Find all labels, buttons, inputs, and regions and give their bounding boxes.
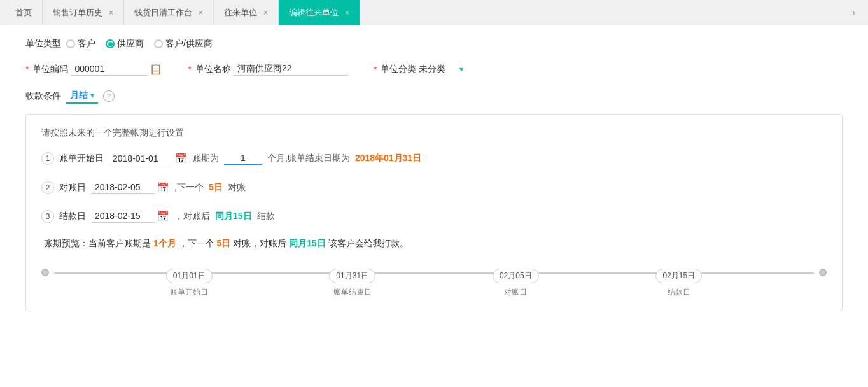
unit-code-group: * 单位编码 📋 bbox=[25, 62, 162, 76]
period-suffix-before-3: ，对账后 bbox=[174, 211, 210, 222]
card-title: 请按照未来的一个完整帐期进行设置 bbox=[41, 127, 827, 139]
timeline-point-4: 02月15日 结款日 bbox=[655, 269, 702, 298]
preview-highlight-1: 1个月 bbox=[153, 238, 176, 248]
tab-partner[interactable]: 往来单位 × bbox=[214, 0, 279, 25]
period-label-2: 对账日 bbox=[59, 182, 86, 194]
timeline-label-4: 结款日 bbox=[668, 287, 690, 298]
preview-text: 账期预览：当前客户账期是 1个月 ，下一个 5日 对账，对账后 同月15日 该客… bbox=[41, 238, 827, 250]
date-input-3[interactable] bbox=[91, 209, 155, 223]
end-date-highlight: 2018年01月31日 bbox=[355, 153, 421, 164]
date-group-3: 📅 bbox=[91, 209, 169, 223]
tab-sales-history[interactable]: 销售订单历史 × bbox=[43, 0, 124, 25]
main-content: 单位类型 客户 供应商 客户/供应商 * 单位编码 📋 * 单位名称 bbox=[0, 25, 868, 387]
period-row-3: 3 结款日 📅 ，对账后 同月15日 结款 bbox=[41, 209, 827, 223]
radio-customer[interactable]: 客户 bbox=[66, 38, 95, 50]
calendar-icon-1[interactable]: 📅 bbox=[175, 153, 187, 164]
calendar-icon-3[interactable]: 📅 bbox=[157, 211, 169, 222]
period-suffix-after-2: 对账 bbox=[228, 182, 246, 194]
unit-info-row: * 单位编码 📋 * 单位名称 * 单位分类 未分类 ▾ bbox=[25, 62, 843, 76]
help-icon[interactable]: ? bbox=[103, 90, 115, 102]
preview-highlight-2: 5日 bbox=[216, 238, 230, 248]
timeline-point-3: 02月05日 对账日 bbox=[493, 269, 539, 298]
timeline-label-3: 对账日 bbox=[504, 287, 527, 298]
unit-type-row: 单位类型 客户 供应商 客户/供应商 bbox=[25, 38, 843, 50]
unit-code-label: 单位编码 bbox=[32, 64, 68, 75]
unit-category-value: 未分类 bbox=[419, 64, 457, 75]
unit-category-select[interactable]: 未分类 ▾ bbox=[419, 64, 463, 75]
payment-condition-select[interactable]: 月结 ▾ bbox=[66, 88, 98, 104]
preview-highlight-3: 同月15日 bbox=[289, 238, 326, 248]
timeline-date-2: 01月31日 bbox=[329, 269, 375, 283]
radio-customer-supplier[interactable]: 客户/供应商 bbox=[154, 38, 213, 50]
timeline-point-end-dot-right bbox=[819, 269, 827, 276]
tab-scroll-arrow[interactable]: › bbox=[844, 7, 863, 18]
unit-category-label: 单位分类 bbox=[381, 64, 416, 75]
period-row-2: 2 对账日 📅 ,下一个 5日 对账 bbox=[41, 181, 827, 194]
period-suffix-before-1: 账期为 bbox=[192, 153, 219, 164]
date-input-1[interactable] bbox=[109, 152, 172, 165]
unit-name-required: * bbox=[188, 64, 191, 74]
unit-code-input[interactable] bbox=[71, 62, 147, 76]
timeline-label-1: 账单开始日 bbox=[170, 287, 208, 298]
period-label-1: 账单开始日 bbox=[59, 153, 104, 164]
unit-type-label: 单位类型 bbox=[25, 38, 61, 50]
timeline-label-2: 账单结束日 bbox=[333, 287, 372, 298]
month-input[interactable] bbox=[224, 151, 262, 165]
timeline-point-start-dot-left bbox=[41, 269, 49, 276]
period-suffix-after-1: 个月,账单结束日期为 bbox=[267, 153, 350, 164]
unit-code-required: * bbox=[25, 64, 29, 74]
period-settings-card: 请按照未来的一个完整帐期进行设置 1 账单开始日 📅 账期为 个月,账单结束日期… bbox=[25, 114, 843, 311]
close-cash-work-tab[interactable]: × bbox=[199, 8, 203, 17]
timeline-points: 01月01日 账单开始日 01月31日 账单结束日 02月05日 对账日 02月… bbox=[41, 269, 827, 298]
close-partner-tab[interactable]: × bbox=[263, 8, 268, 17]
unit-category-group: * 单位分类 未分类 ▾ bbox=[374, 64, 463, 75]
period-num-3: 3 bbox=[41, 210, 54, 223]
timeline-start-dot bbox=[41, 269, 49, 276]
date-group-2: 📅 bbox=[91, 181, 169, 194]
radio-circle-supplier bbox=[106, 39, 115, 48]
period-suffix-before-2: ,下一个 bbox=[174, 182, 204, 194]
timeline-date-4: 02月15日 bbox=[655, 269, 702, 283]
day-highlight-3: 同月15日 bbox=[215, 211, 252, 222]
date-input-2[interactable] bbox=[91, 181, 155, 194]
tab-home[interactable]: 首页 bbox=[5, 0, 43, 25]
unit-name-group: * 单位名称 bbox=[188, 62, 347, 76]
timeline: 01月01日 账单开始日 01月31日 账单结束日 02月05日 对账日 02月… bbox=[41, 262, 827, 298]
period-label-3: 结款日 bbox=[59, 211, 86, 222]
calendar-icon-2[interactable]: 📅 bbox=[157, 182, 169, 194]
unit-name-label: 单位名称 bbox=[195, 64, 231, 75]
timeline-point-1: 01月01日 账单开始日 bbox=[166, 269, 213, 298]
timeline-date-1: 01月01日 bbox=[166, 269, 213, 283]
payment-condition-arrow: ▾ bbox=[90, 91, 94, 100]
radio-supplier[interactable]: 供应商 bbox=[106, 38, 144, 50]
period-num-1: 1 bbox=[41, 152, 54, 165]
timeline-date-3: 02月05日 bbox=[493, 269, 539, 283]
close-edit-partner-tab[interactable]: × bbox=[345, 8, 349, 17]
tab-edit-partner[interactable]: 编辑往来单位 × bbox=[279, 0, 360, 25]
unit-type-radio-group: 客户 供应商 客户/供应商 bbox=[66, 38, 213, 50]
unit-category-arrow: ▾ bbox=[459, 65, 463, 74]
day-highlight-2: 5日 bbox=[209, 182, 223, 194]
timeline-end-dot bbox=[819, 269, 827, 276]
unit-code-icon[interactable]: 📋 bbox=[150, 63, 162, 75]
period-suffix-after-3: 结款 bbox=[257, 211, 275, 222]
payment-row: 收款条件 月结 ▾ ? bbox=[25, 88, 843, 104]
date-group-1: 📅 bbox=[109, 152, 187, 165]
radio-circle-customer bbox=[66, 39, 75, 48]
close-sales-history-tab[interactable]: × bbox=[109, 8, 113, 17]
period-row-1: 1 账单开始日 📅 账期为 个月,账单结束日期为 2018年01月31日 bbox=[41, 151, 827, 165]
unit-name-input[interactable] bbox=[234, 62, 348, 76]
timeline-point-2: 01月31日 账单结束日 bbox=[329, 269, 375, 298]
tab-cash-work[interactable]: 钱货日清工作台 × bbox=[124, 0, 214, 25]
period-num-2: 2 bbox=[41, 181, 54, 194]
unit-category-required: * bbox=[374, 64, 377, 74]
payment-condition-value: 月结 bbox=[70, 90, 88, 101]
payment-condition-label: 收款条件 bbox=[25, 90, 61, 102]
tab-bar: 首页 销售订单历史 × 钱货日清工作台 × 往来单位 × 编辑往来单位 × › bbox=[0, 0, 868, 25]
radio-circle-customer-supplier bbox=[154, 39, 163, 48]
